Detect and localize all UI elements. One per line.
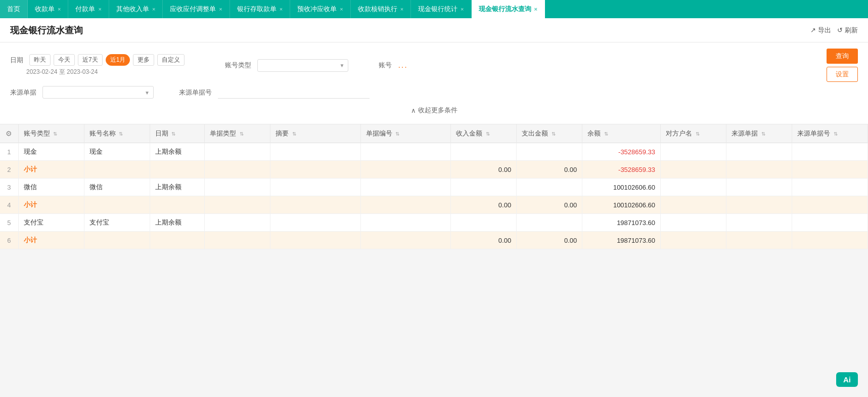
date-shortcuts: 昨天今天近7天近1月更多自定义	[29, 54, 185, 66]
date-btn-昨天[interactable]: 昨天	[29, 54, 51, 66]
data-table: ⚙ 账号类型 ⇅ 账号名称 ⇅ 日期 ⇅ 单据类型 ⇅	[0, 124, 868, 249]
cell-balance: 19871073.60	[582, 232, 661, 249]
cell-doc-no	[360, 232, 450, 249]
cell-source-doc-no	[792, 143, 868, 161]
date-btn-近1月[interactable]: 近1月	[106, 54, 130, 66]
source-doc-select[interactable]	[42, 86, 154, 99]
row-num: 5	[0, 214, 18, 232]
refresh-label: 刷新	[845, 26, 858, 35]
cell-expense	[517, 214, 582, 232]
column-doc-type: 单据类型 ⇅	[205, 124, 270, 143]
sort-icon-source-doc-no[interactable]: ⇅	[834, 131, 838, 137]
nav-tab-现金银行流水查询[interactable]: 现金银行流水查询×	[472, 0, 545, 18]
cell-account-type: 小计	[18, 196, 84, 214]
sort-icon-counterpart[interactable]: ⇅	[696, 131, 700, 137]
source-doc-label: 来源单据	[10, 88, 36, 97]
nav-home-label: 首页	[7, 5, 20, 14]
cell-summary	[270, 161, 360, 179]
source-doc-no-input[interactable]	[218, 86, 370, 99]
column-balance-label: 余额	[587, 129, 601, 137]
source-doc-no-label: 来源单据号	[179, 88, 212, 97]
tab-close-btn[interactable]: ×	[219, 6, 222, 12]
column-doc-type-label: 单据类型	[210, 129, 236, 137]
cell-income: 0.00	[450, 196, 516, 214]
header-actions: ↗ 导出 ↺ 刷新	[810, 26, 858, 35]
date-filter-group: 日期 昨天今天近7天近1月更多自定义 2023-02-24 至 2023-03-…	[10, 54, 185, 76]
table-row: 5 支付宝 支付宝 上期余额 19871073.60	[0, 214, 868, 232]
column-source-doc: 来源单据 ⇅	[726, 124, 792, 143]
nav-home[interactable]: 首页	[0, 0, 28, 18]
cell-income: 0.00	[450, 232, 516, 249]
query-button[interactable]: 查询	[827, 49, 858, 64]
cell-doc-type	[205, 196, 270, 214]
cell-account-type: 小计	[18, 232, 84, 249]
cell-date: 上期余额	[150, 143, 204, 161]
date-btn-自定义[interactable]: 自定义	[157, 54, 185, 66]
cell-date	[150, 196, 204, 214]
cell-account-name	[84, 196, 150, 214]
tab-close-btn[interactable]: ×	[280, 6, 283, 12]
source-doc-filter: 来源单据	[10, 86, 154, 99]
cell-source-doc	[726, 196, 792, 214]
tab-close-btn[interactable]: ×	[98, 6, 101, 12]
cell-counterpart	[661, 196, 726, 214]
account-type-label: 账号类型	[225, 61, 251, 70]
nav-tab-付款单[interactable]: 付款单×	[68, 0, 109, 18]
account-type-select[interactable]	[257, 59, 348, 72]
sort-icon-source-doc[interactable]: ⇅	[761, 131, 765, 137]
nav-tab-银行存取款单[interactable]: 银行存取款单×	[230, 0, 290, 18]
tab-close-btn[interactable]: ×	[58, 6, 61, 12]
cell-income	[450, 214, 516, 232]
row-num: 2	[0, 161, 18, 179]
sort-icon-summary[interactable]: ⇅	[292, 131, 296, 137]
sort-icon-balance[interactable]: ⇅	[604, 131, 608, 137]
column-account-type-label: 账号类型	[24, 129, 50, 137]
nav-tab-label: 银行存取款单	[237, 5, 277, 14]
sort-icon-doc-no[interactable]: ⇅	[395, 131, 399, 137]
tab-close-btn[interactable]: ×	[400, 6, 403, 12]
tab-close-btn[interactable]: ×	[152, 6, 155, 12]
nav-tab-应收应付调整单[interactable]: 应收应付调整单×	[163, 0, 230, 18]
account-dots[interactable]: ...	[398, 61, 407, 70]
cell-account-type: 支付宝	[18, 214, 84, 232]
page-header: 现金银行流水查询 ↗ 导出 ↺ 刷新	[0, 18, 868, 42]
cell-expense: 0.00	[517, 232, 582, 249]
cell-expense: 0.00	[517, 196, 582, 214]
cell-source-doc	[726, 179, 792, 196]
sort-icon-expense[interactable]: ⇅	[552, 131, 556, 137]
nav-tab-预收冲应收单[interactable]: 预收冲应收单×	[290, 0, 350, 18]
sort-icon-date[interactable]: ⇅	[171, 131, 175, 137]
nav-tab-其他收入单[interactable]: 其他收入单×	[109, 0, 163, 18]
sort-icon-doc-type[interactable]: ⇅	[240, 131, 244, 137]
cell-doc-type	[205, 232, 270, 249]
date-btn-近7天[interactable]: 近7天	[78, 54, 103, 66]
column-account-type: 账号类型 ⇅	[18, 124, 84, 143]
date-btn-今天[interactable]: 今天	[54, 54, 75, 66]
cell-expense	[517, 143, 582, 161]
refresh-button[interactable]: ↺ 刷新	[837, 26, 858, 35]
tab-close-btn[interactable]: ×	[340, 6, 343, 12]
sort-icon-account-type[interactable]: ⇅	[53, 131, 57, 137]
cell-balance: 100102606.60	[582, 196, 661, 214]
column-income: 收入金额 ⇅	[450, 124, 516, 143]
filter-row-1: 日期 昨天今天近7天近1月更多自定义 2023-02-24 至 2023-03-…	[10, 49, 858, 82]
collapse-filter-button[interactable]: ∧ 收起更多条件	[10, 103, 858, 118]
collapse-up-icon: ∧	[411, 107, 416, 114]
nav-tab-现金银行统计[interactable]: 现金银行统计×	[411, 0, 471, 18]
gear-icon[interactable]: ⚙	[6, 129, 12, 138]
cell-date: 上期余额	[150, 214, 204, 232]
settings-button[interactable]: 设置	[827, 67, 858, 82]
table-row: 2 小计 0.00 0.00 -3528659.33	[0, 161, 868, 179]
column-account-name: 账号名称 ⇅	[84, 124, 150, 143]
export-button[interactable]: ↗ 导出	[810, 26, 831, 35]
cell-account-name: 现金	[84, 143, 150, 161]
tab-close-btn[interactable]: ×	[461, 6, 464, 12]
table-section: ⚙ 账号类型 ⇅ 账号名称 ⇅ 日期 ⇅ 单据类型 ⇅	[0, 124, 868, 249]
sort-icon-income[interactable]: ⇅	[486, 131, 490, 137]
nav-tab-收款单[interactable]: 收款单×	[28, 0, 68, 18]
nav-tab-收款核销执行[interactable]: 收款核销执行×	[351, 0, 411, 18]
date-btn-更多[interactable]: 更多	[133, 54, 154, 66]
sort-icon-account-name[interactable]: ⇅	[119, 131, 123, 137]
tab-close-btn[interactable]: ×	[534, 6, 537, 12]
filter-area: 日期 昨天今天近7天近1月更多自定义 2023-02-24 至 2023-03-…	[0, 42, 868, 124]
